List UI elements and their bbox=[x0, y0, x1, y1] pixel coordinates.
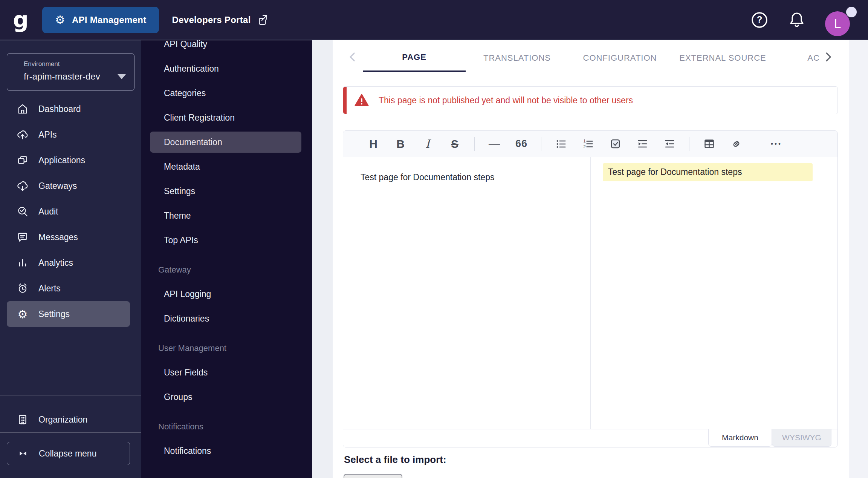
tabs-scroll-left-button[interactable] bbox=[347, 51, 358, 64]
heading-button[interactable]: H bbox=[360, 131, 387, 157]
submenu-item-notifications[interactable]: Notifications bbox=[141, 439, 312, 463]
environment-selector[interactable]: Environment fr-apim-master-dev bbox=[7, 53, 134, 91]
bullet-list-icon bbox=[555, 138, 567, 150]
more-options-button[interactable]: ••• bbox=[762, 131, 789, 157]
sidebar-item-organization[interactable]: Organization bbox=[7, 407, 130, 432]
applications-icon bbox=[17, 154, 29, 166]
sidebar-item-label: APIs bbox=[38, 130, 57, 140]
warning-stripe bbox=[343, 87, 347, 114]
collapse-menu-label: Collapse menu bbox=[39, 449, 96, 459]
avatar[interactable]: L bbox=[825, 11, 850, 36]
link-button[interactable] bbox=[723, 131, 750, 157]
tab-external-source[interactable]: EXTERNAL SOURCE bbox=[671, 40, 774, 72]
submenu-item-theme[interactable]: Theme bbox=[141, 204, 312, 228]
sidebar-item-label: Gateways bbox=[38, 181, 77, 191]
chevron-left-icon bbox=[347, 51, 358, 63]
gear-icon: ⚙ bbox=[55, 13, 65, 26]
tab-configuration[interactable]: CONFIGURATION bbox=[568, 40, 671, 72]
notifications-button[interactable] bbox=[788, 11, 805, 29]
preview-highlighted-text: Test page for Documentation steps bbox=[603, 163, 813, 181]
bullet-list-button[interactable] bbox=[547, 131, 575, 157]
external-link-icon bbox=[256, 14, 268, 26]
indent-button[interactable] bbox=[629, 131, 656, 157]
submenu-item-client-registration[interactable]: Client Registration bbox=[141, 106, 312, 130]
indent-icon bbox=[637, 138, 648, 150]
sidebar-item-settings[interactable]: ⚙ Settings bbox=[7, 301, 130, 327]
help-icon: ? bbox=[750, 11, 769, 29]
sidebar-item-applications[interactable]: Applications bbox=[7, 147, 130, 173]
table-button[interactable] bbox=[695, 131, 723, 157]
sidebar-item-gateways[interactable]: Gateways bbox=[7, 173, 130, 199]
sidebar-item-label: Messages bbox=[38, 232, 78, 242]
sidebar-item-audit[interactable]: Audit bbox=[7, 199, 130, 224]
sidebar-item-dashboard[interactable]: Dashboard bbox=[7, 96, 130, 122]
choose-file-button[interactable] bbox=[344, 474, 402, 478]
submenu-item-authentication[interactable]: Authentication bbox=[141, 57, 312, 81]
warning-text: This page is not published yet and will … bbox=[379, 95, 633, 106]
search-check-icon bbox=[17, 205, 29, 218]
markdown-mode-tab[interactable]: Markdown bbox=[708, 429, 772, 447]
sidebar-item-label: Audit bbox=[38, 207, 58, 217]
heading-icon: H bbox=[369, 138, 377, 150]
sidebar-item-analytics[interactable]: Analytics bbox=[7, 250, 130, 276]
top-bar: g ⚙ API Management Developers Portal ? L bbox=[0, 0, 868, 40]
submenu-item-api-quality[interactable]: API Quality bbox=[141, 40, 312, 57]
tab-translations[interactable]: TRANSLATIONS bbox=[466, 40, 568, 72]
submenu-header-notifications: Notifications bbox=[141, 414, 312, 439]
checkbox-icon bbox=[610, 138, 621, 150]
source-text: Test page for Documentation steps bbox=[361, 172, 579, 182]
tab-access[interactable]: ACCESS bbox=[774, 40, 819, 72]
sidebar-item-label: Settings bbox=[38, 309, 70, 319]
bell-icon bbox=[788, 11, 805, 29]
numbered-list-button[interactable]: 1 2 bbox=[575, 131, 602, 157]
editor-toolbar: H B I S — 66 1 2 bbox=[343, 131, 837, 157]
help-button[interactable]: ? bbox=[750, 11, 769, 29]
api-management-button[interactable]: ⚙ API Management bbox=[42, 7, 159, 33]
sidebar-item-alerts[interactable]: Alerts bbox=[7, 276, 130, 301]
submenu-item-settings[interactable]: Settings bbox=[141, 179, 312, 204]
api-management-label: API Management bbox=[72, 15, 147, 25]
task-list-button[interactable] bbox=[602, 131, 629, 157]
submenu-item-metadata[interactable]: Metadata bbox=[141, 155, 312, 179]
primary-sidebar: Environment fr-apim-master-dev Dashboard… bbox=[0, 40, 141, 478]
submenu-item-top-apis[interactable]: Top APIs bbox=[141, 228, 312, 253]
blockquote-button[interactable]: 66 bbox=[508, 131, 535, 157]
collapse-menu-button[interactable]: Collapse menu bbox=[7, 442, 130, 465]
toolbar-divider bbox=[689, 137, 689, 151]
sidebar-divider bbox=[0, 432, 141, 433]
submenu-item-documentation[interactable]: Documentation bbox=[150, 132, 301, 153]
main-content: PAGE TRANSLATIONS CONFIGURATION EXTERNAL… bbox=[333, 40, 849, 478]
submenu-item-groups[interactable]: Groups bbox=[141, 385, 312, 409]
tabs-scroll-right-button[interactable] bbox=[823, 51, 834, 64]
strikethrough-icon: S bbox=[451, 138, 458, 150]
submenu-item-categories[interactable]: Categories bbox=[141, 81, 312, 106]
user-menu[interactable]: L bbox=[825, 4, 854, 36]
italic-icon: I bbox=[425, 137, 430, 150]
markdown-source-pane[interactable]: Test page for Documentation steps bbox=[343, 157, 591, 429]
wysiwyg-mode-tab[interactable]: WYSIWYG bbox=[772, 429, 831, 447]
chevron-down-icon bbox=[118, 74, 126, 79]
strikethrough-button[interactable]: S bbox=[441, 131, 468, 157]
submenu-item-api-logging[interactable]: API Logging bbox=[141, 282, 312, 306]
sidebar-item-messages[interactable]: Messages bbox=[7, 224, 130, 250]
scroll-gutter-left[interactable] bbox=[312, 40, 333, 478]
italic-button[interactable]: I bbox=[414, 131, 441, 157]
link-icon bbox=[730, 138, 742, 150]
svg-text:2: 2 bbox=[583, 144, 585, 149]
sidebar-item-apis[interactable]: APIs bbox=[7, 122, 130, 147]
horizontal-rule-button[interactable]: — bbox=[481, 131, 508, 157]
submenu-item-user-fields[interactable]: User Fields bbox=[141, 360, 312, 385]
toolbar-divider bbox=[474, 137, 475, 151]
tab-page[interactable]: PAGE bbox=[363, 40, 466, 72]
outdent-button[interactable] bbox=[656, 131, 683, 157]
submenu-item-dictionaries[interactable]: Dictionaries bbox=[141, 306, 312, 331]
developers-portal-link[interactable]: Developers Portal bbox=[172, 14, 268, 26]
gravitee-logo[interactable]: g bbox=[11, 5, 31, 35]
sidebar-item-label: Alerts bbox=[38, 283, 61, 294]
table-icon bbox=[703, 138, 715, 150]
submenu-header-user-management: User Management bbox=[141, 336, 312, 360]
scroll-gutter-right[interactable] bbox=[849, 40, 868, 478]
developers-portal-label: Developers Portal bbox=[172, 15, 251, 25]
bold-button[interactable]: B bbox=[387, 131, 414, 157]
horizontal-rule-icon: — bbox=[489, 138, 500, 150]
